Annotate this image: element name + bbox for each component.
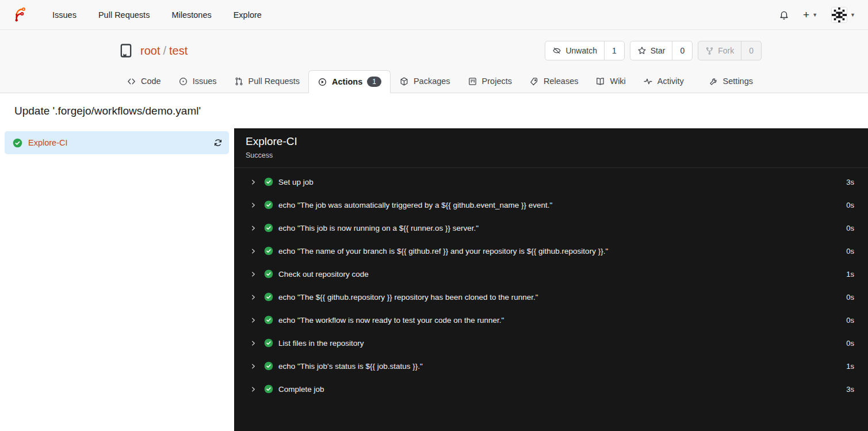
success-check-icon: [264, 361, 273, 371]
tab-issues[interactable]: Issues: [170, 70, 225, 93]
navbar-link[interactable]: Pull Requests: [87, 0, 160, 30]
step-label: Complete job: [278, 385, 846, 394]
unwatch-button[interactable]: Unwatch 1: [545, 41, 624, 60]
run-job-title: Explore-CI: [246, 135, 856, 148]
step-duration: 0s: [846, 201, 854, 209]
tab-projects[interactable]: Projects: [459, 70, 521, 93]
star-count[interactable]: 0: [672, 41, 692, 60]
chevron-right-icon: [250, 179, 257, 185]
step-label: echo "This job is now running on a ${{ r…: [278, 224, 846, 232]
step-row[interactable]: Check out repository code 1s: [234, 262, 868, 285]
step-label: echo "The workflow is now ready to test …: [278, 316, 846, 325]
repo-name-link[interactable]: test: [169, 44, 188, 57]
tab-activity[interactable]: Activity: [634, 70, 693, 93]
success-check-icon: [264, 338, 273, 348]
success-check-icon: [264, 292, 273, 302]
jobs-sidebar: Explore-CI: [0, 128, 234, 431]
tab-wiki[interactable]: Wiki: [587, 70, 634, 93]
plus-icon: +: [803, 9, 809, 20]
page-title: Update '.forgejo/workflows/demo.yaml': [14, 105, 201, 117]
tab-pull-requests[interactable]: Pull Requests: [225, 70, 308, 93]
chevron-right-icon: [250, 340, 257, 346]
step-duration: 0s: [846, 247, 854, 255]
success-check-icon: [264, 246, 273, 255]
step-duration: 0s: [846, 316, 854, 325]
tab-packages[interactable]: Packages: [391, 70, 459, 93]
step-duration: 1s: [846, 362, 854, 371]
success-check-icon: [264, 315, 273, 325]
chevron-right-icon: [250, 386, 257, 392]
repo-action-buttons: Unwatch 1 Star 0: [545, 41, 762, 60]
run-view: Explore-CI Explore-CI Success: [0, 128, 868, 431]
step-label: Set up job: [278, 178, 846, 186]
run-log-panel: Explore-CI Success: [234, 128, 868, 431]
step-label: Check out repository code: [278, 270, 846, 279]
chevron-right-icon: [250, 271, 257, 277]
chevron-right-icon: [250, 225, 257, 231]
tab-code[interactable]: Code: [118, 70, 170, 93]
step-row[interactable]: Complete job 3s: [234, 377, 868, 401]
step-row[interactable]: echo "The ${{ github.repository }} repos…: [234, 285, 868, 308]
star-button[interactable]: Star 0: [630, 41, 693, 60]
navbar-links: Issues Pull Requests Milestones Explore: [41, 0, 273, 30]
pulse-icon: [643, 77, 653, 86]
user-avatar: [831, 7, 847, 23]
step-row[interactable]: echo "This job's status is ${{ job.statu…: [234, 354, 868, 377]
step-duration: 0s: [846, 293, 854, 302]
step-row[interactable]: List files in the repository 0s: [234, 331, 868, 354]
issue-icon: [178, 77, 188, 86]
fork-count: 0: [741, 41, 761, 60]
tab-actions[interactable]: Actions 1: [308, 70, 391, 93]
repo-header: root/test Unwatch 1 Star: [0, 30, 868, 93]
run-status-text: Success: [246, 151, 856, 159]
eye-slash-icon: [552, 46, 561, 55]
tab-settings[interactable]: Settings: [700, 70, 762, 93]
step-row[interactable]: echo "The job was automatically triggere…: [234, 193, 868, 216]
step-row[interactable]: echo "This job is now running on a ${{ r…: [234, 216, 868, 239]
create-new-button[interactable]: + ▼: [803, 9, 817, 20]
step-row[interactable]: echo "The name of your branch is ${{ git…: [234, 239, 868, 262]
step-row[interactable]: echo "The workflow is now ready to test …: [234, 308, 868, 331]
chevron-right-icon: [250, 248, 257, 254]
navbar-link[interactable]: Explore: [223, 0, 273, 30]
chevron-right-icon: [250, 202, 257, 208]
step-row[interactable]: Set up job 3s: [234, 170, 868, 193]
step-label: echo "The ${{ github.repository }} repos…: [278, 293, 846, 302]
rerun-job-button[interactable]: [213, 138, 223, 147]
steps-list: Set up job 3s: [234, 168, 868, 401]
success-check-icon: [264, 269, 273, 279]
repo-book-icon: [118, 43, 134, 59]
success-check-icon: [264, 223, 273, 232]
chevron-right-icon: [250, 317, 257, 323]
chevron-down-icon: ▼: [850, 12, 855, 18]
tag-icon: [529, 77, 539, 86]
job-list-item[interactable]: Explore-CI: [5, 131, 229, 154]
chevron-right-icon: [250, 363, 257, 369]
star-icon: [637, 46, 647, 55]
tab-releases[interactable]: Releases: [521, 70, 587, 93]
repo-title-group: root/test: [118, 43, 188, 59]
sync-icon: [213, 138, 223, 147]
step-label: echo "The name of your branch is ${{ git…: [278, 247, 846, 255]
forgejo-logo[interactable]: [13, 7, 28, 22]
success-check-icon: [13, 138, 22, 148]
navbar-link[interactable]: Issues: [41, 0, 87, 30]
notifications-button[interactable]: [779, 10, 789, 20]
success-check-icon: [264, 384, 273, 394]
user-menu-button[interactable]: ▼: [831, 7, 855, 23]
step-duration: 1s: [846, 270, 854, 279]
job-name: Explore-CI: [28, 138, 213, 147]
chevron-right-icon: [250, 294, 257, 300]
watch-count[interactable]: 1: [604, 41, 624, 60]
top-navbar: Issues Pull Requests Milestones Explore …: [0, 0, 868, 30]
navbar-link[interactable]: Milestones: [160, 0, 222, 30]
package-icon: [399, 77, 409, 86]
step-duration: 0s: [846, 224, 854, 232]
code-icon: [127, 77, 136, 86]
step-duration: 3s: [846, 385, 854, 394]
success-check-icon: [264, 200, 273, 209]
repo-tabs: Code Issues Pull Requests Actions 1: [118, 70, 762, 93]
repo-owner-link[interactable]: root: [140, 44, 160, 57]
step-duration: 0s: [846, 339, 854, 348]
step-label: List files in the repository: [278, 339, 846, 348]
